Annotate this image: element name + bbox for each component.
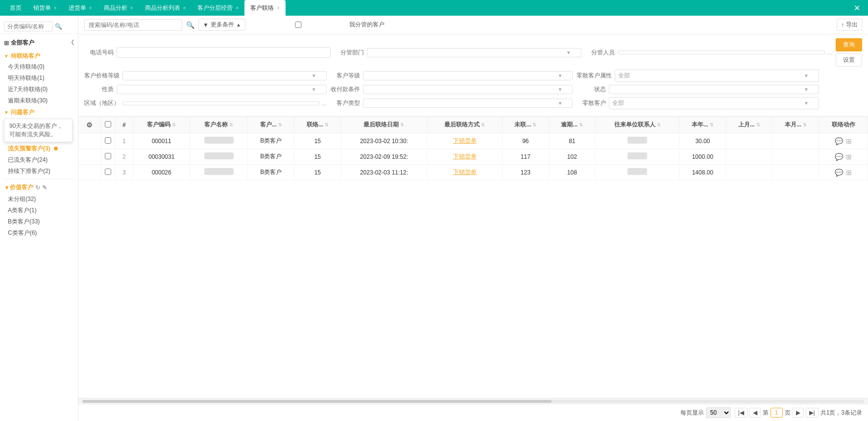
filter-icon: ▼ — [203, 22, 209, 28]
row-checkbox-1[interactable] — [105, 153, 111, 159]
sidebar-item-declining[interactable]: 持续下滑客户(2) — [0, 166, 78, 177]
next-page-button[interactable]: ▶ — [793, 408, 804, 418]
col-settings[interactable]: ⚙ — [78, 117, 100, 133]
customer-type-select[interactable]: ▼ — [363, 99, 573, 108]
tab-customer-contact[interactable]: 客户联络 × — [244, 0, 286, 16]
dept-chevron: ▼ — [566, 50, 571, 55]
settings-button[interactable]: 设置 — [836, 53, 862, 67]
export-button[interactable]: ↑ 导出 — [837, 19, 862, 31]
status-select[interactable]: ▼ — [609, 85, 819, 94]
person-more-dots[interactable]: ... — [827, 49, 832, 56]
query-button[interactable]: 查询 — [836, 38, 862, 51]
scroll-thumb[interactable] — [82, 400, 552, 403]
row-last-method-cell[interactable]: 下销货单 — [427, 133, 502, 149]
dept-select[interactable]: ▼ — [367, 48, 581, 57]
sort-uncontacted-icon[interactable]: ⇅ — [532, 123, 536, 127]
row-checkbox-2[interactable] — [105, 169, 111, 175]
refresh-icon[interactable]: ↻ — [35, 184, 40, 191]
sidebar-item-7days[interactable]: 近7天待联络(0) — [0, 84, 78, 95]
search-button[interactable]: 🔍 — [186, 21, 194, 29]
my-customers-checkbox-label[interactable]: 我分管的客户 — [249, 21, 385, 29]
sidebar-item-unsorted[interactable]: 未分组(32) — [0, 194, 78, 205]
section-problem[interactable]: ▼ 问题客户 — [0, 106, 78, 118]
my-customers-checkbox[interactable] — [249, 22, 347, 28]
action-more-icon[interactable]: ⊞ — [846, 137, 852, 145]
scroll-track[interactable] — [82, 400, 864, 403]
customer-level-select[interactable]: ▼ — [363, 71, 573, 80]
search-input[interactable] — [84, 19, 182, 31]
tab-customer-segment[interactable]: 客户分层经营 × — [192, 0, 244, 16]
sort-method-icon[interactable]: ⇅ — [481, 123, 485, 127]
settings-icon[interactable]: ⚙ — [86, 121, 93, 129]
row-overdue-cell: 108 — [549, 165, 595, 180]
payment-select[interactable]: ▼ — [363, 85, 573, 94]
sort-contact-icon[interactable]: ⇅ — [325, 123, 329, 127]
sidebar-item-at-risk[interactable]: 流失预警客户(3) — [0, 143, 78, 154]
tab-home[interactable]: 首页 — [4, 0, 27, 16]
sidebar-search-input[interactable] — [4, 22, 53, 31]
select-all-checkbox[interactable] — [105, 121, 111, 127]
sidebar-item-class-a[interactable]: A类客户(1) — [0, 205, 78, 216]
action-chat-icon[interactable]: 💬 — [835, 153, 843, 161]
area-more-dots[interactable]: ... — [322, 100, 327, 107]
sort-unit-icon[interactable]: ⇅ — [657, 123, 661, 127]
edit-icon[interactable]: ✎ — [42, 184, 47, 191]
horizontal-scrollbar[interactable] — [78, 398, 868, 404]
retail-customer-select[interactable]: 全部 ▼ — [609, 97, 819, 109]
sort-name-icon[interactable]: ⇅ — [229, 123, 233, 127]
price-level-label: 客户价格等级 — [84, 72, 120, 80]
sort-code-icon[interactable]: ⇅ — [172, 123, 176, 127]
per-page-select[interactable]: 50 100 200 — [706, 407, 731, 418]
sort-date-icon[interactable]: ⇅ — [400, 123, 404, 127]
retail-attr-chevron: ▼ — [804, 73, 809, 78]
sort-overdue-icon[interactable]: ⇅ — [579, 123, 583, 127]
person-select[interactable] — [618, 50, 825, 54]
tooltip-text: 90天未交易的客户，可能有流失风险。 — [9, 123, 63, 138]
current-page-number[interactable]: 1 — [771, 408, 783, 418]
phone-input[interactable] — [117, 47, 331, 58]
action-chat-icon[interactable]: 💬 — [835, 169, 843, 176]
window-close-button[interactable]: ✕ — [850, 3, 864, 13]
nature-select[interactable]: ▼ — [117, 85, 327, 94]
action-chat-icon[interactable]: 💬 — [835, 137, 843, 145]
action-more-icon[interactable]: ⊞ — [846, 153, 852, 161]
tab-purchase-close[interactable]: × — [89, 5, 92, 11]
tab-purchase[interactable]: 进货单 × — [63, 0, 98, 16]
tab-analysis-list[interactable]: 商品分析列表 × — [139, 0, 192, 16]
sidebar-collapse-btn[interactable]: 《 — [68, 39, 74, 47]
area-select[interactable] — [122, 101, 320, 105]
tab-customer-segment-close[interactable]: × — [236, 5, 239, 11]
sidebar-item-lost[interactable]: 已流失客户(24) — [0, 154, 78, 166]
action-more-icon[interactable]: ⊞ — [846, 169, 852, 176]
col-level: 客户...⇅ — [248, 117, 294, 133]
sort-year-icon[interactable]: ⇅ — [710, 123, 714, 127]
section-pending-contact[interactable]: ▼ 待联络客户 — [0, 50, 78, 61]
section-value[interactable]: ▼ 价值客户 ↻ ✎ — [0, 181, 78, 194]
row-last-method-cell[interactable]: 下销货单 — [427, 149, 502, 165]
first-page-button[interactable]: |◀ — [735, 408, 747, 418]
sidebar-item-tomorrow[interactable]: 明天待联络(1) — [0, 73, 78, 84]
sort-last-month-icon[interactable]: ⇅ — [756, 123, 760, 127]
row-num-cell: 3 — [115, 165, 133, 180]
filter-button[interactable]: ▼ 更多条件 ▲ — [198, 19, 245, 31]
tab-sales[interactable]: 销货单 × — [27, 0, 63, 16]
sidebar-item-overdue[interactable]: 逾期未联络(30) — [0, 95, 78, 106]
sidebar-item-class-c[interactable]: C类客户(6) — [0, 227, 78, 239]
tab-analysis[interactable]: 商品分析 × — [98, 0, 139, 16]
sort-level-icon[interactable]: ⇅ — [278, 123, 282, 127]
last-page-button[interactable]: ▶| — [806, 408, 819, 418]
tab-sales-close[interactable]: × — [54, 5, 57, 11]
tab-analysis-list-close[interactable]: × — [183, 5, 186, 11]
tab-customer-contact-close[interactable]: × — [277, 5, 280, 11]
row-last-method-cell[interactable]: 下销货单 — [427, 165, 502, 180]
sort-this-month-icon[interactable]: ⇅ — [803, 123, 807, 127]
prev-page-button[interactable]: ◀ — [749, 408, 761, 418]
sidebar-item-class-b[interactable]: B类客户(33) — [0, 216, 78, 227]
tab-analysis-close[interactable]: × — [130, 5, 133, 11]
price-level-select[interactable]: ▼ — [122, 71, 327, 80]
filter-customer-level: 客户等级 ▼ — [331, 71, 573, 80]
row-checkbox-0[interactable] — [105, 137, 111, 144]
retail-attr-select[interactable]: 全部 ▼ — [615, 70, 819, 82]
section-problem-label: 问题客户 — [11, 108, 34, 117]
sidebar-item-today[interactable]: 今天待联络(0) — [0, 61, 78, 73]
